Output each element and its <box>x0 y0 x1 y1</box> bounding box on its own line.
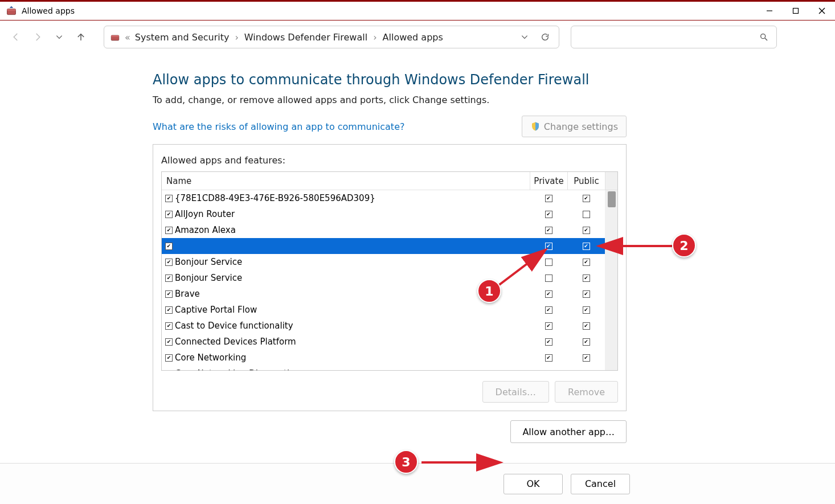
table-row[interactable]: Core Networking Diagnostics <box>162 366 617 370</box>
table-row[interactable]: {78E1CD88-49E3-476E-B926-580E596AD309} <box>162 190 617 206</box>
private-checkbox[interactable] <box>545 195 552 202</box>
remove-button[interactable]: Remove <box>555 381 618 403</box>
firewall-icon <box>110 32 120 42</box>
annotation-badge-1: 1 <box>477 279 501 303</box>
table-row[interactable]: Brave <box>162 286 617 302</box>
private-checkbox[interactable] <box>545 274 552 282</box>
svg-rect-7 <box>111 35 119 37</box>
table-row[interactable]: Cast to Device functionality <box>162 318 617 334</box>
titlebar: Allowed apps <box>0 0 835 21</box>
public-checkbox[interactable] <box>583 354 590 362</box>
private-checkbox[interactable] <box>545 354 552 362</box>
refresh-button[interactable] <box>537 29 553 45</box>
private-checkbox[interactable] <box>545 211 552 218</box>
close-button[interactable] <box>809 2 835 20</box>
private-checkbox[interactable] <box>545 370 552 371</box>
private-checkbox[interactable] <box>545 243 552 250</box>
table-row[interactable]: Captive Portal Flow <box>162 302 617 318</box>
search-input[interactable] <box>571 26 777 48</box>
enable-checkbox[interactable] <box>165 259 173 266</box>
enable-checkbox[interactable] <box>165 338 173 346</box>
public-checkbox[interactable] <box>583 274 590 282</box>
search-icon <box>759 32 768 42</box>
breadcrumb-1[interactable]: Windows Defender Firewall <box>244 32 367 43</box>
back-button[interactable] <box>7 28 25 46</box>
row-name: Connected Devices Platform <box>175 337 296 347</box>
minimize-button[interactable] <box>756 2 783 20</box>
table-row[interactable]: Bonjour Service <box>162 270 617 286</box>
forward-button[interactable] <box>28 28 47 46</box>
svg-rect-3 <box>793 9 799 14</box>
column-public[interactable]: Public <box>567 172 605 190</box>
breadcrumb-2[interactable]: Allowed apps <box>383 32 443 43</box>
cancel-button[interactable]: Cancel <box>571 474 630 494</box>
change-settings-button[interactable]: Change settings <box>522 116 627 137</box>
dialog-footer: OK Cancel <box>0 463 835 504</box>
group-label: Allowed apps and features: <box>161 155 618 166</box>
svg-rect-1 <box>7 9 16 11</box>
risk-link[interactable]: What are the risks of allowing an app to… <box>153 121 404 132</box>
row-name: Bonjour Service <box>175 257 242 267</box>
allow-another-app-button[interactable]: Allow another app… <box>510 420 627 443</box>
enable-checkbox[interactable] <box>165 322 173 330</box>
row-name: Cast to Device functionality <box>175 321 293 331</box>
table-row[interactable]: Core Networking <box>162 350 617 366</box>
private-checkbox[interactable] <box>545 259 552 266</box>
private-checkbox[interactable] <box>545 338 552 346</box>
chevron-right-icon: › <box>372 32 378 43</box>
enable-checkbox[interactable] <box>165 306 173 314</box>
public-checkbox[interactable] <box>583 290 590 298</box>
table-row[interactable] <box>162 238 617 254</box>
ok-button[interactable]: OK <box>504 474 563 494</box>
row-name: AllJoyn Router <box>175 209 235 219</box>
enable-checkbox[interactable] <box>165 370 173 371</box>
details-button[interactable]: Details… <box>482 381 549 403</box>
public-checkbox[interactable] <box>583 370 590 371</box>
public-checkbox[interactable] <box>583 306 590 314</box>
up-button[interactable] <box>72 28 90 46</box>
enable-checkbox[interactable] <box>165 211 173 218</box>
enable-checkbox[interactable] <box>165 354 173 362</box>
public-checkbox[interactable] <box>583 322 590 330</box>
column-private[interactable]: Private <box>530 172 567 190</box>
svg-line-9 <box>765 38 767 40</box>
row-name: Captive Portal Flow <box>175 305 257 315</box>
private-checkbox[interactable] <box>545 290 552 298</box>
public-checkbox[interactable] <box>583 211 590 218</box>
grid-body[interactable]: {78E1CD88-49E3-476E-B926-580E596AD309}Al… <box>162 190 617 370</box>
row-name: Brave <box>175 289 200 299</box>
allowed-apps-grid: Name Private Public {78E1CD88-49E3-476E-… <box>161 171 618 371</box>
public-checkbox[interactable] <box>583 195 590 202</box>
grid-scrollbar[interactable] <box>605 190 617 370</box>
private-checkbox[interactable] <box>545 227 552 234</box>
grid-header: Name Private Public <box>162 172 617 190</box>
table-row[interactable]: Bonjour Service <box>162 254 617 270</box>
enable-checkbox[interactable] <box>165 290 173 298</box>
public-checkbox[interactable] <box>583 227 590 234</box>
maximize-button[interactable] <box>783 2 809 20</box>
window-title: Allowed apps <box>22 6 75 15</box>
table-row[interactable]: AllJoyn Router <box>162 206 617 222</box>
recent-dropdown[interactable] <box>50 28 68 46</box>
address-bar[interactable]: « System and Security › Windows Defender… <box>104 26 559 48</box>
public-checkbox[interactable] <box>583 338 590 346</box>
enable-checkbox[interactable] <box>165 195 173 202</box>
column-name[interactable]: Name <box>162 172 530 190</box>
breadcrumb-0[interactable]: System and Security <box>135 32 230 43</box>
enable-checkbox[interactable] <box>165 274 173 282</box>
page-heading: Allow apps to communicate through Window… <box>153 72 830 88</box>
chevron-right-icon: › <box>234 32 239 43</box>
address-dropdown[interactable] <box>517 29 533 45</box>
private-checkbox[interactable] <box>545 306 552 314</box>
public-checkbox[interactable] <box>583 259 590 266</box>
table-row[interactable]: Connected Devices Platform <box>162 334 617 350</box>
scrollbar-thumb[interactable] <box>608 191 616 207</box>
enable-checkbox[interactable] <box>165 243 173 250</box>
table-row[interactable]: Amazon Alexa <box>162 222 617 238</box>
nav-row: « System and Security › Windows Defender… <box>0 21 835 54</box>
firewall-icon <box>6 5 17 17</box>
content-area: Allow apps to communicate through Window… <box>5 55 830 445</box>
enable-checkbox[interactable] <box>165 227 173 234</box>
public-checkbox[interactable] <box>583 243 590 250</box>
private-checkbox[interactable] <box>545 322 552 330</box>
